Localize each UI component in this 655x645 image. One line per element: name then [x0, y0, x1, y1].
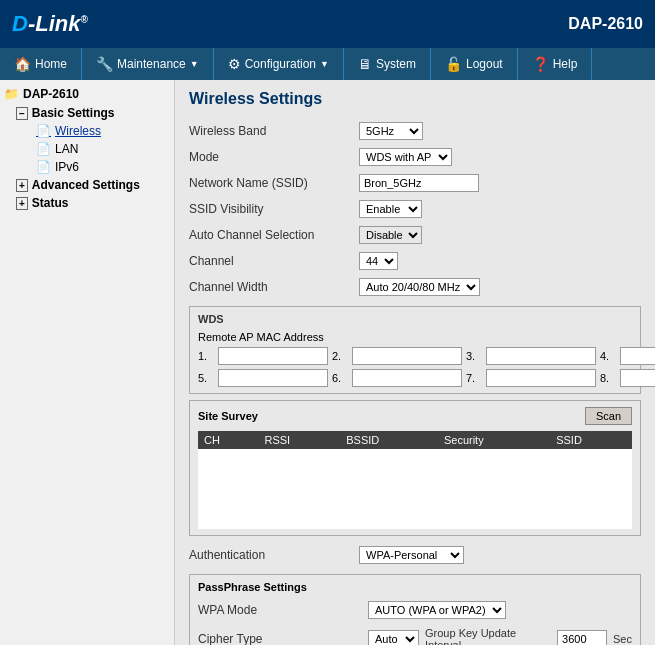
col-ch: CH [198, 431, 259, 449]
ssid-visibility-control: Enable Disable [359, 200, 422, 218]
wireless-band-select[interactable]: 5GHz 2.4GHz [359, 122, 423, 140]
mac-num-2: 2. [332, 350, 348, 362]
col-security: Security [438, 431, 550, 449]
nav-help[interactable]: ❓ Help [518, 48, 593, 80]
nav-system[interactable]: 🖥 System [344, 48, 431, 80]
mac-num-1: 1. [198, 350, 214, 362]
sidebar-item-ipv6[interactable]: 📄 IPv6 [0, 158, 174, 176]
mac-entry-1: 1. [198, 347, 328, 365]
sidebar: 📁 DAP-2610 − Basic Settings 📄 Wireless 📄… [0, 80, 175, 645]
passphrase-group: PassPhrase Settings WPA Mode AUTO (WPA o… [189, 574, 641, 645]
sidebar-item-lan[interactable]: 📄 LAN [0, 140, 174, 158]
authentication-select[interactable]: WPA-Personal WPA-Enterprise Open [359, 546, 464, 564]
auto-channel-select[interactable]: Disable Enable [359, 226, 422, 244]
sidebar-item-basic-settings[interactable]: − Basic Settings [0, 104, 174, 122]
mac-entry-2: 2. [332, 347, 462, 365]
nav-logout[interactable]: 🔓 Logout [431, 48, 518, 80]
site-survey-title: Site Survey [198, 410, 258, 422]
mac-num-8: 8. [600, 372, 616, 384]
col-ssid: SSID [550, 431, 632, 449]
mac-input-2[interactable] [352, 347, 462, 365]
site-survey-group: Site Survey Scan CH RSSI BSSID Security … [189, 400, 641, 536]
system-icon: 🖥 [358, 56, 372, 72]
sidebar-item-status[interactable]: + Status [0, 194, 174, 212]
page-title: Wireless Settings [189, 90, 641, 108]
help-icon: ❓ [532, 56, 549, 72]
cipher-control: Auto AES TKIP Group Key Update Interval … [368, 627, 632, 645]
nav-maintenance[interactable]: 🔧 Maintenance ▼ [82, 48, 214, 80]
navbar: 🏠 Home 🔧 Maintenance ▼ ⚙ Configuration ▼… [0, 48, 655, 80]
survey-body [198, 449, 632, 529]
mac-input-4[interactable] [620, 347, 655, 365]
ssid-control [359, 174, 479, 192]
header: D-Link® DAP-2610 [0, 0, 655, 48]
mac-grid: 1. 2. 3. 4. 5. [198, 347, 632, 387]
ssid-visibility-select[interactable]: Enable Disable [359, 200, 422, 218]
mac-input-3[interactable] [486, 347, 596, 365]
group-key-label: Group Key Update Interval [425, 627, 551, 645]
chevron-down-icon: ▼ [190, 59, 199, 69]
wireless-band-label: Wireless Band [189, 124, 359, 138]
cipher-label: Cipher Type [198, 632, 368, 645]
folder-icon: 📁 [4, 87, 19, 101]
col-bssid: BSSID [340, 431, 438, 449]
channel-width-select[interactable]: Auto 20/40/80 MHz [359, 278, 480, 296]
ssid-input[interactable] [359, 174, 479, 192]
mac-input-6[interactable] [352, 369, 462, 387]
channel-width-row: Channel Width Auto 20/40/80 MHz [189, 274, 641, 300]
maintenance-icon: 🔧 [96, 56, 113, 72]
mac-num-4: 4. [600, 350, 616, 362]
sidebar-item-advanced-settings[interactable]: + Advanced Settings [0, 176, 174, 194]
channel-select[interactable]: 44 [359, 252, 398, 270]
group-key-input[interactable] [557, 630, 607, 645]
channel-width-label: Channel Width [189, 280, 359, 294]
mac-entry-5: 5. [198, 369, 328, 387]
cipher-select[interactable]: Auto AES TKIP [368, 630, 419, 645]
col-rssi: RSSI [259, 431, 341, 449]
wireless-band-row: Wireless Band 5GHz 2.4GHz [189, 118, 641, 144]
wds-group: WDS Remote AP MAC Address 1. 2. 3. 4. [189, 306, 641, 394]
model-label: DAP-2610 [568, 15, 643, 33]
sidebar-root[interactable]: 📁 DAP-2610 [0, 84, 174, 104]
nav-configuration[interactable]: ⚙ Configuration ▼ [214, 48, 344, 80]
mac-entry-6: 6. [332, 369, 462, 387]
wpa-mode-select[interactable]: AUTO (WPA or WPA2) WPA only WPA2 only [368, 601, 506, 619]
sidebar-item-wireless[interactable]: 📄 Wireless [0, 122, 174, 140]
mac-input-7[interactable] [486, 369, 596, 387]
mac-entry-4: 4. [600, 347, 655, 365]
mac-num-5: 5. [198, 372, 214, 384]
wpa-mode-row: WPA Mode AUTO (WPA or WPA2) WPA only WPA… [198, 597, 632, 623]
mac-input-5[interactable] [218, 369, 328, 387]
channel-row: Channel 44 [189, 248, 641, 274]
page-icon: 📄 [36, 124, 51, 138]
channel-label: Channel [189, 254, 359, 268]
mac-num-6: 6. [332, 372, 348, 384]
mode-select[interactable]: WDS with AP Access Point WDS [359, 148, 452, 166]
wpa-mode-control: AUTO (WPA or WPA2) WPA only WPA2 only [368, 601, 506, 619]
mac-num-7: 7. [466, 372, 482, 384]
survey-table: CH RSSI BSSID Security SSID [198, 431, 632, 529]
ssid-label: Network Name (SSID) [189, 176, 359, 190]
nav-home[interactable]: 🏠 Home [0, 48, 82, 80]
mode-row: Mode WDS with AP Access Point WDS [189, 144, 641, 170]
authentication-label: Authentication [189, 548, 359, 562]
minus-icon: − [16, 107, 28, 120]
wireless-band-control: 5GHz 2.4GHz [359, 122, 423, 140]
mac-entry-7: 7. [466, 369, 596, 387]
auto-channel-row: Auto Channel Selection Disable Enable [189, 222, 641, 248]
chevron-down-icon: ▼ [320, 59, 329, 69]
channel-width-control: Auto 20/40/80 MHz [359, 278, 480, 296]
mac-input-1[interactable] [218, 347, 328, 365]
mode-label: Mode [189, 150, 359, 164]
mac-input-8[interactable] [620, 369, 655, 387]
home-icon: 🏠 [14, 56, 31, 72]
survey-thead: CH RSSI BSSID Security SSID [198, 431, 632, 449]
main-layout: 📁 DAP-2610 − Basic Settings 📄 Wireless 📄… [0, 80, 655, 645]
config-icon: ⚙ [228, 56, 241, 72]
page-icon: 📄 [36, 160, 51, 174]
wpa-mode-label: WPA Mode [198, 603, 368, 617]
scan-button[interactable]: Scan [585, 407, 632, 425]
group-key-unit: Sec [613, 633, 632, 645]
auto-channel-label: Auto Channel Selection [189, 228, 359, 242]
cipher-row: Cipher Type Auto AES TKIP Group Key Upda… [198, 623, 632, 645]
